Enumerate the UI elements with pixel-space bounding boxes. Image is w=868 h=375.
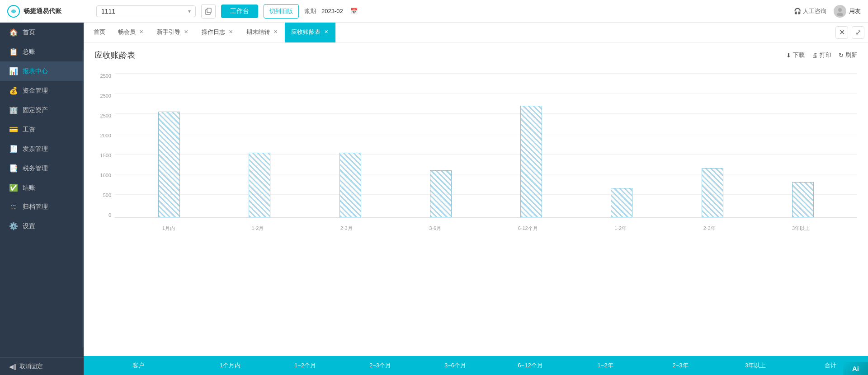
bars-row bbox=[115, 73, 857, 217]
user-avatar-icon bbox=[835, 7, 844, 16]
refresh-icon: ↻ bbox=[839, 52, 844, 59]
sidebar-item-发票管理[interactable]: 🧾 发票管理 bbox=[0, 139, 84, 159]
table-header-cell: 1个月内 bbox=[193, 361, 268, 370]
x-axis-label: 1-2年 bbox=[614, 225, 627, 232]
tab-畅会员[interactable]: 畅会员✕ bbox=[112, 23, 151, 42]
sidebar-item-工资[interactable]: 💳 工资 bbox=[0, 120, 84, 139]
download-button[interactable]: ⬇ 下载 bbox=[786, 51, 805, 59]
page-content: 应收账龄表 ⬇ 下载 🖨 打印 ↻ 刷新 bbox=[84, 42, 868, 375]
nav-label: 设置 bbox=[23, 222, 35, 230]
nav-icon: 💰 bbox=[9, 86, 18, 95]
user-info[interactable]: 用友 bbox=[834, 5, 861, 18]
bar-group bbox=[158, 112, 180, 217]
bar-group bbox=[430, 170, 452, 217]
download-icon: ⬇ bbox=[786, 52, 791, 59]
nav-label: 发票管理 bbox=[23, 145, 48, 153]
nav-icon: ⚙️ bbox=[9, 222, 18, 230]
table-header-cell: 2~3个月 bbox=[343, 361, 418, 370]
tab-close-icon[interactable]: ✕ bbox=[228, 29, 234, 35]
sidebar-item-设置[interactable]: ⚙️ 设置 bbox=[0, 216, 84, 236]
sidebar-scrollbar bbox=[82, 50, 84, 348]
x-axis-label: 3-6月 bbox=[429, 225, 441, 232]
unpin-label: 取消固定 bbox=[19, 362, 43, 370]
nav-icon: 🗂 bbox=[9, 203, 18, 211]
workspace-button[interactable]: 工作台 bbox=[221, 5, 258, 18]
y-axis-label: 500 bbox=[103, 192, 111, 198]
refresh-label: 刷新 bbox=[845, 51, 857, 59]
sidebar-item-归档管理[interactable]: 🗂 归档管理 bbox=[0, 197, 84, 216]
ai-badge[interactable]: Ai bbox=[843, 362, 868, 375]
consult-button[interactable]: 🎧 人工咨询 bbox=[794, 7, 826, 15]
tabs-actions: ✕ ⤢ bbox=[835, 26, 864, 39]
tab-首页[interactable]: 首页 bbox=[87, 23, 112, 42]
tab-新手引导[interactable]: 新手引导✕ bbox=[151, 23, 195, 42]
page-title: 应收账龄表 bbox=[94, 50, 135, 61]
company-selector[interactable]: 1111 ▾ bbox=[96, 5, 196, 17]
tab-期末结转[interactable]: 期末结转✕ bbox=[240, 23, 285, 42]
tabs-bar: 首页畅会员✕新手引导✕操作日志✕期末结转✕应收账龄表✕ ✕ ⤢ bbox=[84, 23, 868, 42]
y-axis-label: 1000 bbox=[100, 173, 111, 178]
tab-close-icon[interactable]: ✕ bbox=[273, 29, 278, 35]
sidebar-item-报表中心[interactable]: 📊 报表中心 bbox=[0, 61, 84, 81]
tab-close-icon[interactable]: ✕ bbox=[323, 29, 329, 35]
tab-操作日志[interactable]: 操作日志✕ bbox=[195, 23, 240, 42]
close-tab-button[interactable]: ✕ bbox=[835, 26, 848, 39]
table-header-cell: 1~2个月 bbox=[268, 361, 343, 370]
page-header: 应收账龄表 ⬇ 下载 🖨 打印 ↻ 刷新 bbox=[84, 42, 868, 64]
sidebar-item-总账[interactable]: 📋 总账 bbox=[0, 42, 84, 61]
nav-icon: 💳 bbox=[9, 125, 18, 134]
table-header-cell: 1~2年 bbox=[568, 361, 643, 370]
nav-label: 总账 bbox=[23, 48, 35, 56]
chart-container: 2500250025002000150010005000 bbox=[84, 64, 868, 356]
nav-label: 首页 bbox=[23, 28, 35, 37]
bar bbox=[158, 112, 180, 217]
bar bbox=[792, 182, 814, 217]
main-layout: 🏠 首页 📋 总账 📊 报表中心 💰 资金管理 🏢 固定资产 💳 工资 🧾 发票… bbox=[0, 23, 868, 375]
nav-icon: 📊 bbox=[9, 67, 18, 75]
expand-tab-button[interactable]: ⤢ bbox=[852, 26, 864, 39]
chart-drawing-area bbox=[115, 73, 857, 218]
logo-icon bbox=[7, 5, 20, 18]
sidebar-item-税务管理[interactable]: 📑 税务管理 bbox=[0, 159, 84, 178]
tab-应收账龄表[interactable]: 应收账龄表✕ bbox=[285, 23, 335, 42]
x-axis-label: 2-3年 bbox=[703, 225, 716, 232]
bar bbox=[611, 188, 632, 217]
sidebar-item-结账[interactable]: ✅ 结账 bbox=[0, 178, 84, 197]
sidebar-footer[interactable]: ◀‖ 取消固定 bbox=[0, 357, 84, 375]
switch-version-button[interactable]: 切到旧版 bbox=[264, 4, 299, 19]
refresh-button[interactable]: ↻ 刷新 bbox=[839, 51, 857, 59]
sidebar-item-首页[interactable]: 🏠 首页 bbox=[0, 23, 84, 42]
tab-close-icon[interactable]: ✕ bbox=[138, 29, 144, 35]
sidebar-item-资金管理[interactable]: 💰 资金管理 bbox=[0, 81, 84, 100]
company-name: 1111 bbox=[101, 8, 184, 15]
svg-point-3 bbox=[838, 8, 842, 12]
bar bbox=[520, 106, 542, 217]
nav-icon: 🧾 bbox=[9, 145, 18, 153]
chart-y-axis: 2500250025002000150010005000 bbox=[94, 73, 115, 218]
y-axis-label: 2500 bbox=[100, 113, 111, 118]
x-axis-label: 6-12个月 bbox=[518, 225, 538, 232]
nav-icon: ✅ bbox=[9, 183, 18, 192]
table-header-cell: 3年以上 bbox=[718, 361, 793, 370]
y-axis-label: 2000 bbox=[100, 133, 111, 138]
table-header-cell: 3~6个月 bbox=[418, 361, 493, 370]
bar-group bbox=[702, 168, 723, 217]
y-axis-label: 2500 bbox=[100, 93, 111, 98]
consult-label: 人工咨询 bbox=[803, 7, 826, 15]
tabs-container: 首页畅会员✕新手引导✕操作日志✕期末结转✕应收账龄表✕ bbox=[87, 23, 335, 42]
x-axis-label: 2-3月 bbox=[340, 225, 353, 232]
nav-label: 固定资产 bbox=[23, 106, 48, 114]
nav-icon: 🏢 bbox=[9, 106, 18, 114]
table-header: 客户1个月内1~2个月2~3个月3~6个月6~12个月1~2年2~3年3年以上合… bbox=[84, 356, 868, 375]
sidebar-item-固定资产[interactable]: 🏢 固定资产 bbox=[0, 100, 84, 120]
calendar-icon[interactable]: 📅 bbox=[350, 8, 358, 14]
print-button[interactable]: 🖨 打印 bbox=[812, 51, 831, 59]
svg-rect-2 bbox=[207, 8, 211, 13]
svg-point-4 bbox=[837, 13, 843, 16]
tab-close-icon[interactable]: ✕ bbox=[183, 29, 189, 35]
y-axis-label: 1500 bbox=[100, 153, 111, 158]
bar-group bbox=[520, 106, 542, 217]
print-icon: 🖨 bbox=[812, 52, 818, 59]
copy-button[interactable] bbox=[201, 4, 216, 19]
table-header-cell: 2~3年 bbox=[643, 361, 718, 370]
